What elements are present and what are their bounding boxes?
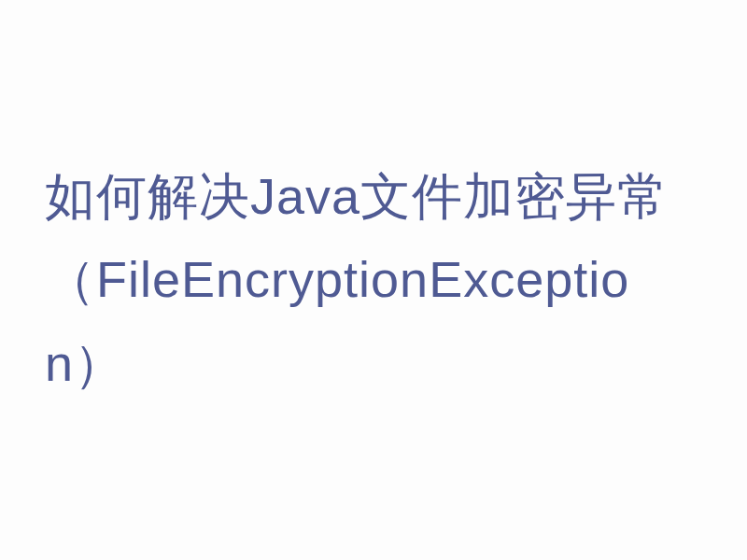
article-title: 如何解决Java文件加密异常（FileEncryptionException） [0,155,747,404]
